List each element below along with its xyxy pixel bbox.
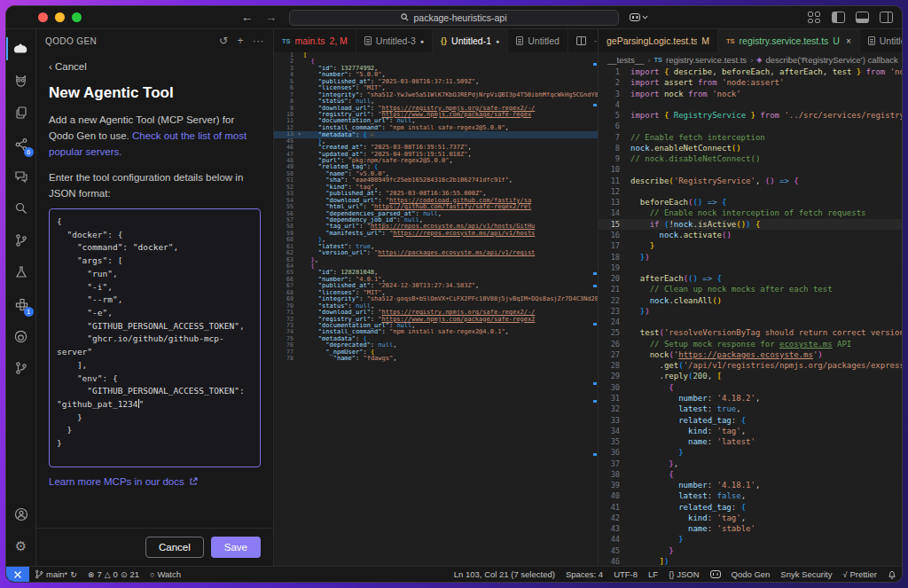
sidebar-item-explorer[interactable] — [6, 97, 36, 129]
minimize-window-button[interactable] — [55, 12, 65, 22]
code-line: 30 { — [599, 382, 902, 393]
close-tab-icon[interactable]: × — [846, 36, 851, 46]
problems-status[interactable]: ⊗ 7 △ 0 ⊙ 21 — [82, 569, 145, 579]
tab-untitled-right[interactable]: Untitle — [860, 29, 902, 52]
tab-untitled-3[interactable]: Untitled-3 ● — [356, 29, 433, 52]
code-line: 61 "latest": true, — [274, 244, 598, 250]
customize-layout-button[interactable] — [808, 12, 821, 23]
sidebar-item-github[interactable] — [6, 320, 36, 352]
extensions-badge: 1 — [24, 307, 34, 317]
sidebar-item-qodo-merge[interactable] — [6, 65, 36, 97]
config-json-editor[interactable]: { "docker": { "command": "docker", "args… — [49, 208, 261, 467]
sidebar-item-git-secondary[interactable] — [6, 352, 36, 384]
docs-link-label: Learn more MCPs in our docs — [49, 476, 184, 487]
tab-more-actions-icon[interactable]: ··· — [594, 35, 598, 46]
editor-test-file[interactable]: 1import { describe, beforeEach, afterEac… — [599, 67, 902, 566]
code-line: 52 "kind": "tag", — [274, 184, 598, 191]
braces-icon: {} — [669, 570, 674, 579]
tab-main-ts[interactable]: TS main.ts 2, M — [274, 29, 356, 52]
snyk-status[interactable]: Snyk Security — [775, 569, 837, 579]
sidebar-item-run-debug[interactable] — [6, 256, 36, 288]
code-line: 66 "number": "4.0.1", — [274, 277, 598, 283]
code-line: 8nock.enableNetConnect() — [599, 143, 902, 153]
code-line: 9// nock.disableNetConnect() — [599, 153, 902, 164]
code-line: 73 "documentation_url": null, — [274, 323, 598, 329]
external-link-icon — [189, 477, 198, 486]
typescript-icon: TS — [654, 56, 662, 64]
tab-parsing-logic-test[interactable]: geParsingLogic.test.ts M — [599, 29, 718, 52]
code-line: 11describe('RegistryService', () => { — [599, 176, 902, 186]
page-title: New Agentic Tool — [49, 84, 261, 102]
code-line: 16 nock.activate() — [599, 230, 902, 240]
code-line: 49 "related_tag": { — [274, 164, 598, 170]
qodo-gen-status[interactable]: Qodo Gen — [726, 569, 776, 579]
fold-chevron-icon[interactable]: › — [295, 131, 303, 137]
owl-icon — [13, 74, 28, 89]
eol-status[interactable]: LF — [643, 569, 663, 579]
breadcrumb-separator: › — [750, 55, 753, 65]
sidebar-item-extensions[interactable]: 1 — [6, 288, 36, 320]
breadcrumb-separator: › — [647, 55, 650, 65]
code-line: 4 — [599, 99, 902, 110]
breadcrumb[interactable]: __tests__ › TS registry.service.test.ts … — [599, 52, 902, 67]
watch-task-status[interactable]: ○ Watch — [145, 569, 186, 579]
copilot-menu[interactable] — [630, 13, 648, 21]
tab-untitled[interactable]: Untitled — [508, 29, 568, 52]
toggle-primary-sidebar-button[interactable] — [832, 12, 845, 23]
sidebar-item-dependencies-graph[interactable]: 6 — [6, 129, 36, 161]
breadcrumb-symbol[interactable]: describe('RegistryService') callback — [765, 55, 897, 65]
search-icon — [14, 201, 28, 216]
copilot-icon — [710, 570, 721, 578]
git-branch-status[interactable]: main* ↻ — [29, 569, 82, 579]
sidebar-item-qodo-gen[interactable] — [6, 33, 36, 65]
accounts-button[interactable] — [6, 498, 36, 530]
save-button[interactable]: Save — [211, 537, 261, 558]
more-actions-icon[interactable]: ··· — [253, 35, 264, 47]
overview-ruler — [592, 52, 598, 566]
code-line: 19 — [599, 263, 902, 273]
sidebar-item-comments[interactable] — [6, 161, 36, 192]
code-line: 77 "_npmUser": { — [274, 349, 598, 356]
history-back-button[interactable]: ← — [241, 11, 253, 24]
breadcrumb-file[interactable]: registry.service.test.ts — [666, 55, 747, 65]
notifications-status[interactable] — [882, 569, 902, 579]
git-branch-icon — [14, 361, 28, 375]
toggle-secondary-sidebar-button[interactable] — [880, 12, 893, 23]
toggle-panel-button[interactable] — [856, 12, 869, 23]
cancel-button[interactable]: Cancel — [145, 537, 204, 558]
cancel-back-link[interactable]: ‹ Cancel — [49, 61, 261, 72]
new-chat-icon[interactable]: + — [237, 35, 243, 47]
split-editor-icon[interactable] — [576, 36, 586, 45]
history-icon[interactable]: ↺ — [219, 35, 228, 47]
code-line: 70 "status": null, — [274, 303, 598, 310]
cursor-position-status[interactable]: Ln 103, Col 21 (7 selected) — [449, 569, 560, 579]
remote-indicator[interactable] — [6, 567, 29, 582]
copilot-status[interactable] — [705, 570, 726, 578]
history-forward-button[interactable]: → — [265, 11, 277, 24]
close-window-button[interactable] — [38, 12, 48, 22]
tab-registry-service-test[interactable]: TS registry.service.test.ts U × — [718, 29, 860, 52]
tab-untitled-1[interactable]: {} Untitled-1 ● — [433, 29, 508, 52]
editor-json[interactable]: 1[2 {3 "id": 132774992,4 "number": "5.0.… — [274, 52, 598, 566]
github-icon — [13, 329, 28, 344]
code-line: 50 "name": "v5.0.0", — [274, 171, 598, 177]
breadcrumb-folder[interactable]: __tests__ — [607, 55, 644, 65]
encoding-status[interactable]: UTF-8 — [608, 569, 643, 579]
command-center-search[interactable]: package-heuristics-api — [289, 10, 619, 26]
prettier-status[interactable]: √ Prettier — [837, 569, 882, 579]
tab-label: Untitled-3 — [376, 35, 416, 46]
git-branch-icon — [14, 233, 28, 247]
indentation-status[interactable]: Spaces: 4 — [560, 569, 608, 579]
settings-button[interactable]: ⚙ — [6, 530, 36, 562]
search-icon — [401, 13, 409, 21]
sidebar-item-search[interactable] — [6, 192, 36, 224]
zoom-window-button[interactable] — [72, 12, 82, 22]
docs-link[interactable]: Learn more MCPs in our docs — [49, 476, 261, 487]
file-icon — [364, 36, 372, 45]
language-mode-status[interactable]: {} JSON — [663, 569, 704, 579]
code-line: 55 "html_url": "https://github.com/fasti… — [274, 204, 598, 210]
sidebar-item-source-control[interactable] — [6, 224, 36, 256]
code-line: 44 } — [599, 534, 902, 545]
code-line: 67 "published_at": "2024-12-30T13:27:34.… — [274, 283, 598, 289]
code-line: 20 afterEach(() => { — [599, 273, 902, 284]
